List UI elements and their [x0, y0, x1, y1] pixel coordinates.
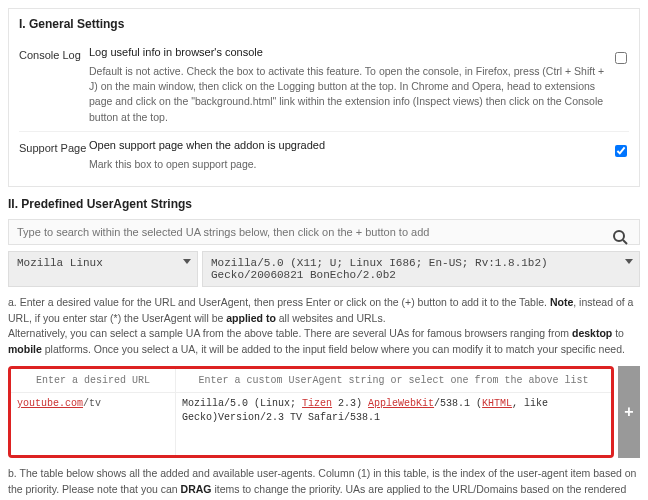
console-log-checkbox[interactable]	[615, 52, 627, 64]
ua-column-header: Enter a custom UserAgent string or selec…	[176, 369, 611, 393]
console-log-row: Console Log Log useful info in browser's…	[19, 39, 629, 131]
section-2-title: II. Predefined UserAgent Strings	[8, 197, 640, 211]
general-settings-panel: I. General Settings Console Log Log usef…	[8, 8, 640, 187]
support-page-checkbox[interactable]	[615, 145, 627, 157]
support-page-row: Support Page Open support page when the …	[19, 131, 629, 178]
console-log-desc: Default is not active. Check the box to …	[89, 64, 611, 125]
ua-select-value: Mozilla/5.0 (X11; U; Linux I686; En-US; …	[211, 257, 548, 281]
chevron-down-icon	[625, 259, 633, 264]
os-select[interactable]: Mozilla Linux	[8, 251, 198, 287]
console-log-content: Log useful info in browser's console Def…	[89, 45, 611, 125]
os-select-value: Mozilla Linux	[17, 257, 103, 269]
support-page-title: Open support page when the addon is upgr…	[89, 138, 611, 154]
url-input[interactable]: youtube.com/tv	[11, 393, 175, 455]
ua-search-bar	[8, 219, 640, 245]
console-log-label: Console Log	[19, 45, 89, 61]
ua-entry-row: Enter a desired URL youtube.com/tv Enter…	[8, 366, 640, 458]
support-page-content: Open support page when the addon is upgr…	[89, 138, 611, 172]
url-column-header: Enter a desired URL	[11, 369, 175, 393]
support-page-desc: Mark this box to open support page.	[89, 157, 611, 172]
section-1-title: I. General Settings	[19, 17, 629, 31]
plus-icon: +	[624, 403, 633, 421]
ua-select[interactable]: Mozilla/5.0 (X11; U; Linux I686; En-US; …	[202, 251, 640, 287]
ua-entry-grid: Enter a desired URL youtube.com/tv Enter…	[8, 366, 614, 458]
ua-input[interactable]: Mozilla/5.0 (Linux; Tizen 2.3) AppleWebK…	[176, 393, 611, 455]
ua-search-input[interactable]	[8, 219, 640, 245]
instructions-b: b. The table below shows all the added a…	[8, 466, 640, 500]
instructions-a: a. Enter a desired value for the URL and…	[8, 295, 640, 358]
chevron-down-icon	[183, 259, 191, 264]
add-button[interactable]: +	[618, 366, 640, 458]
svg-point-0	[614, 231, 624, 241]
support-page-label: Support Page	[19, 138, 89, 154]
ua-select-row: Mozilla Linux Mozilla/5.0 (X11; U; Linux…	[8, 251, 640, 287]
svg-line-1	[623, 240, 627, 244]
console-log-title: Log useful info in browser's console	[89, 45, 611, 61]
